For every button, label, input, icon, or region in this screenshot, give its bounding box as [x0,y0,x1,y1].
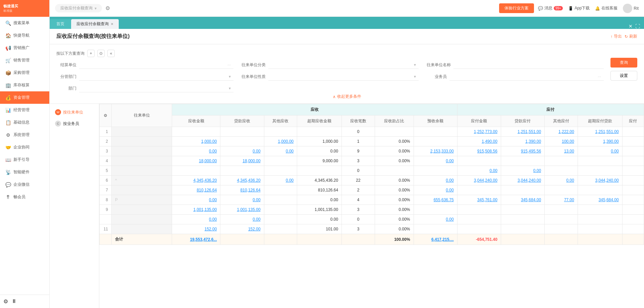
cell-value[interactable]: 0.00 [446,178,453,183]
cell-value[interactable]: 3,044,240.00 [595,178,619,183]
cell-value[interactable]: 0.00 [253,197,260,202]
sidebar-item-基础信息[interactable]: 📋基础信息 [0,116,49,129]
filter-partner-nature-select[interactable]: ▾ [268,73,419,81]
user-avatar[interactable]: Rit [623,4,639,13]
cell-value[interactable]: 0.00 [253,149,260,153]
cell-value[interactable]: 1,251,551.00 [595,129,619,134]
cell-value[interactable]: 1,001,135.00 [193,207,217,212]
cell-value[interactable]: 345,684.00 [599,197,619,202]
sidebar-item-销售管理[interactable]: 🛒销售管理 [0,54,49,67]
sidebar-item-企业协同[interactable]: 🤝企业协同 [0,141,49,153]
filter-partner-name-input[interactable] [453,61,604,69]
sidebar-item-采购管理[interactable]: 📦采购管理 [0,67,49,79]
cell-value[interactable]: 1,390.00 [525,139,541,144]
cell-value[interactable]: 0.00 [286,178,293,183]
col-settings[interactable]: ⚙ [100,104,112,127]
cell-value[interactable]: 13.00 [564,149,574,153]
refresh-button[interactable]: ↻ 刷新 [625,34,637,39]
cell-value[interactable]: 1,000.00 [278,139,294,144]
sidebar-item-畅会员[interactable]: 🎖畅会员 [0,191,49,203]
cell-value[interactable]: 4,345,436.20 [237,178,261,183]
cell-value[interactable]: 0.00 [286,149,293,153]
cell-value[interactable]: 810,126.64 [197,188,217,192]
export-icon: ↑ [610,34,612,39]
filter-collapse-button[interactable]: « [107,50,115,57]
cell-value[interactable]: 0.00 [446,217,453,222]
filter-settings-button[interactable]: ⊙ [97,50,105,57]
total-receivable-amount[interactable]: 19,553,472,6... [172,234,220,245]
sidebar-item-经营管理[interactable]: 📊经营管理 [0,104,49,116]
sidebar-item-库存核算[interactable]: 🏢库存核算 [0,79,49,91]
cell-value[interactable]: 1,390.00 [603,139,619,144]
cell-value[interactable]: 1,490.00 [482,139,497,144]
cell-value[interactable]: 0.00 [209,197,217,202]
filter-department-select[interactable]: ▾ [79,73,233,81]
filter-collapse-more[interactable]: ∧ 收起更多条件 [56,92,637,99]
sidebar-item-系统管理[interactable]: ⚙系统管理 [0,129,49,141]
close-window-icon[interactable]: ✕ [629,24,633,29]
cell-value[interactable]: 1,001,135.00 [237,207,261,212]
cell-value[interactable]: 100.00 [562,139,574,144]
cell-value[interactable]: 152.00 [248,227,261,231]
filter-salesperson-input[interactable]: ··· [449,73,604,81]
cell-value[interactable]: 152.00 [205,227,217,231]
scheme-item-partner[interactable]: W 按往来单位 [50,106,99,118]
scheme-item-salesperson[interactable]: C 按业务员 [50,118,99,129]
cell-value[interactable]: 18,000.00 [199,159,217,163]
sidebar-item-营销推广[interactable]: 📢营销推广 [0,42,49,54]
messages-button[interactable]: 💬 消息 99+ [538,5,563,11]
sidebar-item-企业微信[interactable]: 💬企业微信 [0,178,49,191]
cell-value[interactable]: 1,252,773.00 [474,129,497,134]
table-row: 1 0 1,252,773.00 1,251,551.00 1,222.00 1… [100,127,644,137]
cell-value[interactable]: 1,000.00 [201,139,217,144]
sidebar-item-快捷导航[interactable]: 🏠快捷导航 [0,29,49,42]
sidebar-item-资金管理[interactable]: 💰资金管理 [0,91,49,104]
filter-add-button[interactable]: + [87,50,95,57]
online-service-button[interactable]: 🔔 在线客服 [595,5,618,11]
collapse-icon[interactable]: ⏸ [11,298,17,305]
set-button[interactable]: 设置 [610,71,637,81]
cell-value[interactable]: 0.00 [566,178,574,183]
cell-value[interactable]: 0.00 [446,159,453,163]
tab-receivable[interactable]: 应收应付余额查询 ✕ [71,19,119,29]
maximize-icon[interactable]: ⛶ [635,24,640,29]
filter-partner-category-select[interactable]: ▾ [268,61,419,69]
cell-value[interactable]: 18,000.00 [243,159,260,163]
tab-home[interactable]: 首页 [50,19,71,29]
cell-value[interactable]: 0.00 [446,188,453,192]
tab-close-icon[interactable]: ✕ [111,22,113,26]
solution-button[interactable]: 体验行业方案 [499,3,534,13]
app-download-button[interactable]: 📱 App下载 [568,5,590,11]
settings-icon[interactable]: ⚙ [3,298,8,305]
cell-value[interactable]: 1,251,551.00 [518,129,541,134]
cell-value[interactable]: 3,044,240.00 [474,178,497,183]
filter-settlement-input[interactable]: ··· [79,61,233,69]
sidebar-icon: 📡 [5,170,11,175]
cell-value[interactable]: 4,345,436.20 [193,178,217,183]
cell-value[interactable]: 0.00 [253,217,260,222]
breadcrumb-pill[interactable]: 应收应付余额查询 ▾ [55,4,102,12]
cell-value[interactable]: 0.00 [209,217,217,222]
sidebar-item-智能硬件[interactable]: 📡智能硬件 [0,166,49,178]
cell-value[interactable]: 1,222.00 [558,129,574,134]
total-advance-receivable[interactable]: 6,417,215.... [414,234,457,245]
cell-value[interactable]: 810,126.64 [240,188,261,192]
cell-value[interactable]: 0.00 [490,168,497,173]
cell-value[interactable]: 2,153,333.00 [430,149,454,153]
cell-value[interactable]: 345,761.00 [477,197,497,202]
settings-gear-icon[interactable]: ⚙ [105,5,110,11]
cell-value[interactable]: 0.00 [209,149,217,153]
sidebar-item-新手引导[interactable]: 📖新手引导 [0,153,49,166]
cell-value[interactable]: 0.00 [533,168,541,173]
cell-value[interactable]: 655,636.75 [434,197,454,202]
cell-value[interactable]: 77.00 [564,197,574,202]
filter-dept-select[interactable]: ▾ [79,85,233,92]
sidebar-item-搜索菜单[interactable]: 🔍搜索菜单 [0,17,49,29]
cell-value[interactable]: 915,508.56 [477,149,497,153]
cell-value[interactable]: 3,044,240.00 [518,178,541,183]
cell-value[interactable]: 915,495.56 [521,149,541,153]
cell-value[interactable]: 0.00 [611,149,619,153]
cell-value[interactable]: 345,684.00 [521,197,541,202]
export-button[interactable]: ↑ 导出 [610,34,622,39]
query-button[interactable]: 查询 [610,58,637,68]
